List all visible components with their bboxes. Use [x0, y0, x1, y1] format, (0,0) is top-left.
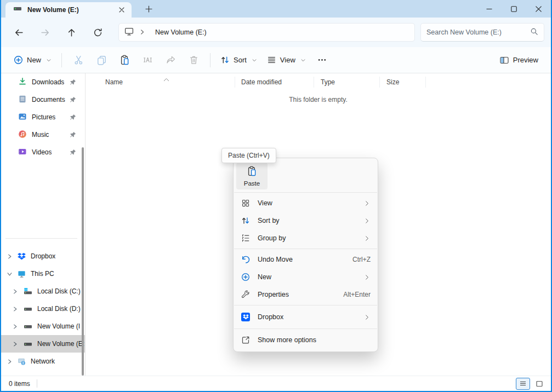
sidebar-item-videos[interactable]: Videos [1, 143, 85, 161]
sidebar-item-this-pc[interactable]: This PC [1, 265, 85, 283]
chevron-right-icon[interactable] [5, 359, 13, 364]
chevron-right-icon[interactable] [11, 324, 19, 329]
this-pc-location-icon[interactable] [124, 27, 134, 38]
chevron-right-icon[interactable] [11, 307, 19, 312]
preview-button[interactable]: Preview [494, 52, 543, 68]
column-header-name[interactable]: Name [86, 77, 235, 88]
menu-item-properties[interactable]: Properties Alt+Enter [234, 286, 378, 303]
context-menu-quick-actions: Paste [234, 160, 378, 191]
chevron-down-icon[interactable] [5, 272, 13, 276]
copy-button[interactable] [90, 51, 113, 70]
sidebar-scrollbar[interactable] [82, 147, 84, 376]
cut-button[interactable] [67, 51, 90, 70]
address-bar[interactable]: New Volume (E:) [118, 23, 415, 42]
paste-button[interactable] [113, 51, 136, 70]
menu-item-label: Undo Move [258, 256, 352, 263]
column-header-date-modified[interactable]: Date modified [235, 77, 314, 88]
refresh-button[interactable] [87, 22, 108, 42]
sidebar-item-local-disk-d[interactable]: Local Disk (D:) [1, 300, 85, 318]
paste-menu-button[interactable]: Paste [236, 163, 268, 189]
chevron-right-icon[interactable] [5, 254, 13, 259]
up-button[interactable] [61, 22, 82, 42]
menu-item-group-by[interactable]: Group by [234, 229, 378, 247]
rename-button[interactable] [136, 51, 159, 70]
sidebar-item-local-disk-c[interactable]: Local Disk (C:) [1, 283, 85, 300]
titlebar: New Volume (E:) [1, 0, 551, 18]
sort-ascending-icon[interactable] [163, 74, 169, 84]
search-input[interactable] [426, 28, 530, 36]
menu-separator [234, 328, 377, 329]
item-count: 0 items [9, 380, 30, 388]
pin-icon [70, 149, 76, 157]
new-button[interactable]: New [9, 52, 56, 68]
pin-icon [70, 96, 76, 105]
pin-icon [70, 114, 76, 122]
paste-tooltip: Paste (Ctrl+V) [221, 148, 276, 163]
menu-item-view[interactable]: View [234, 194, 378, 212]
forward-button[interactable] [35, 22, 55, 42]
sidebar-item-documents[interactable]: Documents [1, 91, 85, 108]
local-disk-c-icon [24, 287, 32, 295]
downloads-icon [18, 77, 27, 88]
explorer-tab[interactable]: New Volume (E:) [5, 2, 132, 18]
new-tab-button[interactable] [143, 3, 155, 15]
pin-icon [70, 131, 76, 140]
chevron-right-icon[interactable] [11, 289, 19, 294]
large-icons-view-button[interactable] [532, 378, 547, 390]
menu-item-dropbox[interactable]: Dropbox [234, 307, 378, 327]
menu-item-new[interactable]: New [234, 268, 378, 286]
more-options-button[interactable] [311, 51, 334, 70]
sidebar-item-label: Videos [32, 148, 52, 156]
chevron-right-icon[interactable] [11, 342, 19, 347]
details-view-button[interactable] [516, 378, 530, 390]
sidebar-item-network[interactable]: Network [1, 353, 85, 370]
show-more-options-icon [241, 336, 251, 344]
sidebar-item-label: Music [32, 131, 49, 139]
sidebar-item-dropbox[interactable]: Dropbox [1, 247, 85, 265]
search-box[interactable] [420, 23, 544, 42]
column-header-type[interactable]: Type [314, 77, 380, 88]
dropbox-menu-icon [241, 313, 251, 321]
context-menu: Paste View Sort by Gr [233, 158, 378, 352]
view-grid-icon [241, 199, 251, 207]
navigation-pane: Downloads Documents Pictures [1, 73, 86, 376]
sidebar-item-new-volume-e[interactable]: New Volume (E: [1, 335, 85, 353]
menu-item-show-more-options[interactable]: Show more options [234, 331, 378, 349]
menu-item-label: Dropbox [258, 313, 363, 321]
close-button[interactable] [526, 0, 551, 18]
breadcrumb-chevron-icon[interactable] [139, 27, 145, 37]
submenu-chevron-icon [363, 200, 371, 207]
tab-close-icon[interactable] [116, 4, 127, 15]
delete-button[interactable] [182, 51, 205, 70]
column-header-size[interactable]: Size [380, 77, 426, 88]
sidebar-item-label: Local Disk (D:) [37, 305, 81, 313]
menu-separator [234, 249, 377, 249]
menu-item-label: New [258, 273, 363, 281]
empty-folder-message: This folder is empty. [86, 96, 551, 103]
sort-icon [241, 216, 251, 225]
sort-button[interactable]: Sort [215, 52, 262, 68]
command-toolbar: New Sort [1, 47, 551, 73]
search-icon[interactable] [530, 27, 538, 38]
sidebar-item-label: Pictures [32, 113, 55, 121]
sidebar-item-label: New Volume (I [37, 322, 80, 330]
back-button[interactable] [8, 22, 29, 42]
separator [61, 53, 62, 67]
minimize-button[interactable] [477, 0, 502, 18]
menu-item-label: Properties [258, 291, 343, 298]
view-button[interactable]: View [262, 52, 311, 68]
menu-item-sort-by[interactable]: Sort by [234, 212, 378, 229]
chevron-down-icon [300, 57, 306, 63]
sidebar-item-downloads[interactable]: Downloads [1, 73, 85, 91]
network-icon [18, 358, 26, 366]
breadcrumb-location[interactable]: New Volume (E:) [155, 28, 207, 36]
sidebar-item-pictures[interactable]: Pictures [1, 108, 85, 126]
column-label: Size [386, 78, 399, 86]
sidebar-item-new-volume-i[interactable]: New Volume (I [1, 318, 85, 335]
column-label: Type [321, 78, 335, 86]
menu-item-shortcut: Alt+Enter [343, 291, 371, 298]
menu-item-undo-move[interactable]: Undo Move Ctrl+Z [234, 251, 378, 268]
sidebar-item-music[interactable]: Music [1, 126, 85, 143]
share-button[interactable] [159, 51, 182, 70]
maximize-button[interactable] [502, 0, 526, 18]
